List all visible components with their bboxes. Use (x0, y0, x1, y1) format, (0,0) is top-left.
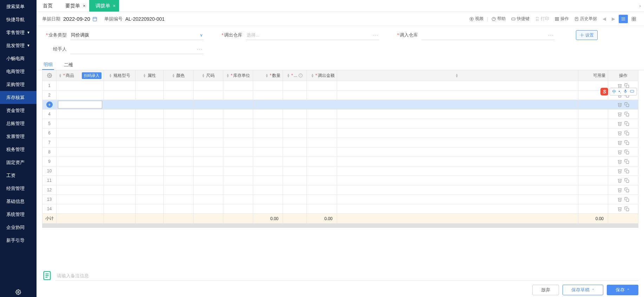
cell-spec[interactable] (104, 100, 136, 109)
cell-attr[interactable] (136, 81, 164, 90)
table-row[interactable]: 7 (42, 138, 638, 147)
tab-transfer[interactable]: 调拨单× (89, 0, 119, 12)
col-amount[interactable]: ▲▼*调出金额 (307, 70, 337, 81)
settings-button[interactable]: 设置 (576, 30, 598, 40)
cell-spec[interactable] (104, 81, 136, 90)
cell-unit[interactable] (223, 81, 253, 90)
copy-row-icon[interactable] (624, 140, 629, 145)
cell-spec[interactable] (104, 91, 136, 100)
out-warehouse-select[interactable]: 选择... ··· (246, 30, 379, 40)
cell-color[interactable] (164, 204, 193, 213)
cell-size[interactable] (193, 166, 223, 176)
cell-color[interactable] (164, 195, 193, 204)
cell-size[interactable] (193, 185, 223, 194)
cell-hidden[interactable] (283, 100, 307, 109)
tab-close-icon[interactable]: × (83, 3, 86, 8)
cell-qty[interactable] (253, 176, 283, 185)
cell-blank[interactable] (337, 110, 578, 119)
sidebar-item-ledger[interactable]: 总账管理 (0, 117, 37, 130)
copy-row-icon[interactable] (624, 206, 629, 211)
col-color[interactable]: ▲▼颜色 (164, 70, 193, 81)
calendar-icon[interactable] (92, 16, 97, 21)
tool-video[interactable]: 视频 (467, 16, 486, 22)
inner-tab-detail[interactable]: 明细 (42, 60, 54, 70)
cell-unit[interactable] (223, 166, 253, 176)
cell-unit[interactable] (223, 119, 253, 128)
more-icon[interactable]: ··· (197, 46, 203, 52)
table-row[interactable]: 9 (42, 157, 638, 166)
sidebar-item-system[interactable]: 系统管理 (0, 208, 37, 221)
cell-available[interactable] (578, 204, 608, 213)
copy-row-icon[interactable] (624, 178, 629, 183)
col-attr[interactable]: ▲▼属性 (136, 70, 164, 81)
sidebar-item-inventory[interactable]: 库存核算 (0, 91, 37, 104)
cell-color[interactable] (164, 119, 193, 128)
cell-amount[interactable] (307, 195, 337, 204)
cell-hidden[interactable] (283, 138, 307, 147)
cell-unit[interactable] (223, 110, 253, 119)
table-row[interactable]: 14 (42, 204, 638, 213)
cell-size[interactable] (193, 138, 223, 147)
tab-requisition[interactable]: 要货单× (59, 0, 89, 12)
cell-unit[interactable] (223, 185, 253, 194)
cell-amount[interactable] (307, 204, 337, 213)
cell-blank[interactable] (337, 91, 578, 100)
cell-product[interactable] (57, 157, 104, 166)
cell-amount[interactable] (307, 128, 337, 138)
cell-available[interactable] (578, 195, 608, 204)
discard-button[interactable]: 放弃 (532, 285, 559, 295)
cell-hidden[interactable] (283, 110, 307, 119)
cell-attr[interactable] (136, 204, 164, 213)
cell-size[interactable] (193, 176, 223, 185)
cell-hidden[interactable] (283, 128, 307, 138)
handler-select[interactable]: ··· (70, 44, 204, 54)
sidebar-settings-icon[interactable] (0, 287, 37, 297)
col-hidden[interactable]: ▲▼*... (283, 70, 307, 81)
nav-prev-icon[interactable]: ◀ (600, 16, 608, 21)
cell-size[interactable] (193, 157, 223, 166)
cell-hidden[interactable] (283, 81, 307, 90)
cell-qty[interactable] (253, 100, 283, 109)
horizontal-scrollbar[interactable] (42, 224, 638, 228)
cell-hidden[interactable] (283, 204, 307, 213)
cell-unit[interactable] (223, 195, 253, 204)
cell-hidden[interactable] (283, 119, 307, 128)
sidebar-item-tax[interactable]: 税务管理 (0, 143, 37, 156)
tool-shortcut[interactable]: 快捷键 (509, 16, 532, 22)
cell-amount[interactable] (307, 81, 337, 90)
cell-available[interactable] (578, 138, 608, 147)
cell-size[interactable] (193, 204, 223, 213)
cell-size[interactable] (193, 100, 223, 109)
cell-color[interactable] (164, 110, 193, 119)
cell-blank[interactable] (337, 195, 578, 204)
cell-qty[interactable] (253, 195, 283, 204)
cell-blank[interactable] (337, 119, 578, 128)
cell-qty[interactable] (253, 91, 283, 100)
col-available[interactable]: 可用量 (578, 70, 608, 81)
view-grid-icon[interactable] (629, 15, 638, 23)
cell-size[interactable] (193, 81, 223, 90)
col-product[interactable]: ▲▼*商品扫码录入 (57, 70, 104, 81)
cell-color[interactable] (164, 147, 193, 157)
cell-blank[interactable] (337, 100, 578, 109)
col-qty[interactable]: ▲▼*数量 (253, 70, 283, 81)
cell-product[interactable] (57, 81, 104, 90)
sidebar-item-fund[interactable]: 资金管理 (0, 104, 37, 117)
cell-product[interactable] (57, 119, 104, 128)
cell-attr[interactable] (136, 91, 164, 100)
copy-row-icon[interactable] (624, 102, 629, 107)
cell-product[interactable] (57, 147, 104, 157)
cell-attr[interactable] (136, 157, 164, 166)
cell-amount[interactable] (307, 166, 337, 176)
cell-qty[interactable] (253, 110, 283, 119)
cell-unit[interactable] (223, 91, 253, 100)
cell-attr[interactable] (136, 195, 164, 204)
cell-spec[interactable] (104, 119, 136, 128)
cell-amount[interactable] (307, 110, 337, 119)
cell-color[interactable] (164, 166, 193, 176)
cell-color[interactable] (164, 91, 193, 100)
delete-row-icon[interactable] (617, 159, 622, 164)
cell-unit[interactable] (223, 128, 253, 138)
copy-row-icon[interactable] (624, 150, 629, 154)
delete-row-icon[interactable] (617, 178, 622, 183)
